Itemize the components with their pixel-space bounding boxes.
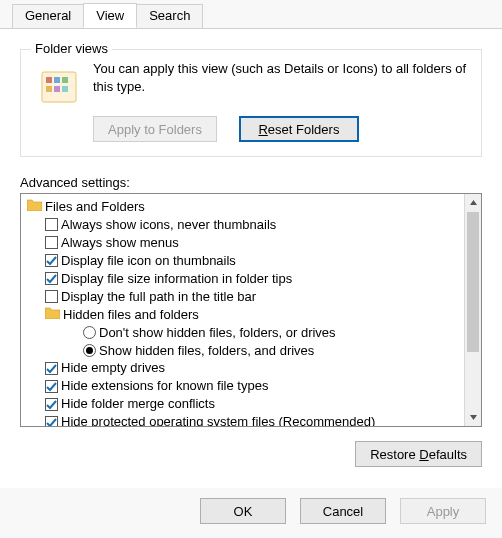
tree-scrollbar[interactable] [464, 194, 481, 426]
ok-button[interactable]: OK [200, 498, 286, 524]
tree-label: Always show menus [61, 234, 179, 252]
tab-general[interactable]: General [12, 4, 84, 29]
folder-views-description: You can apply this view (such as Details… [93, 60, 469, 95]
radio-icon[interactable] [83, 344, 96, 357]
tree-label: Hide protected operating system files (R… [61, 413, 375, 427]
tree-label: Files and Folders [45, 198, 145, 216]
opt-hide-protected-os-files[interactable]: Hide protected operating system files (R… [25, 413, 460, 427]
svg-rect-5 [54, 86, 60, 92]
checkbox-icon[interactable] [45, 218, 58, 231]
folder-views-group: Folder views You can apply this view (su… [20, 49, 482, 157]
svg-rect-6 [62, 86, 68, 92]
apply-button[interactable]: Apply [400, 498, 486, 524]
folder-icon [45, 306, 60, 324]
tree-group-hidden-files[interactable]: Hidden files and folders [25, 306, 460, 324]
tree-label: Hide empty drives [61, 359, 165, 377]
tree-label: Hide folder merge conflicts [61, 395, 215, 413]
scroll-down-icon[interactable] [465, 409, 482, 426]
opt-display-full-path-title-bar[interactable]: Display the full path in the title bar [25, 288, 460, 306]
opt-hide-empty-drives[interactable]: Hide empty drives [25, 359, 460, 377]
tree-label: Hidden files and folders [63, 306, 199, 324]
tree-label: Always show icons, never thumbnails [61, 216, 276, 234]
tab-view[interactable]: View [83, 3, 137, 28]
opt-display-file-icon-on-thumbnails[interactable]: Display file icon on thumbnails [25, 252, 460, 270]
checkbox-icon[interactable] [45, 290, 58, 303]
dialog-footer: OK Cancel Apply [0, 488, 502, 538]
apply-to-folders-button[interactable]: Apply to Folders [93, 116, 217, 142]
tree-label: Display the full path in the title bar [61, 288, 256, 306]
tree-label: Display file icon on thumbnails [61, 252, 236, 270]
scroll-up-icon[interactable] [465, 194, 482, 211]
opt-always-show-icons[interactable]: Always show icons, never thumbnails [25, 216, 460, 234]
opt-hide-extensions[interactable]: Hide extensions for known file types [25, 377, 460, 395]
svg-rect-4 [46, 86, 52, 92]
restore-defaults-button[interactable]: Restore Defaults [355, 441, 482, 467]
opt-always-show-menus[interactable]: Always show menus [25, 234, 460, 252]
radio-icon[interactable] [83, 326, 96, 339]
tab-strip: General View Search [0, 0, 502, 28]
tab-search[interactable]: Search [136, 4, 203, 29]
reset-folders-button[interactable]: Reset Folders [239, 116, 359, 142]
folder-views-title: Folder views [31, 41, 112, 56]
checkbox-icon[interactable] [45, 236, 58, 249]
opt-dont-show-hidden[interactable]: Don't show hidden files, folders, or dri… [25, 324, 460, 342]
advanced-settings-tree[interactable]: Files and Folders Always show icons, nev… [20, 193, 482, 427]
tree-label: Show hidden files, folders, and drives [99, 342, 314, 360]
svg-rect-3 [62, 77, 68, 83]
checkbox-icon[interactable] [45, 362, 58, 375]
opt-show-hidden[interactable]: Show hidden files, folders, and drives [25, 342, 460, 360]
opt-display-file-size-in-tips[interactable]: Display file size information in folder … [25, 270, 460, 288]
checkbox-icon[interactable] [45, 254, 58, 267]
folder-icon [27, 198, 42, 216]
checkbox-icon[interactable] [45, 380, 58, 393]
scrollbar-thumb[interactable] [467, 212, 479, 352]
tree-label: Hide extensions for known file types [61, 377, 268, 395]
svg-rect-2 [54, 77, 60, 83]
tree-label: Don't show hidden files, folders, or dri… [99, 324, 336, 342]
checkbox-icon[interactable] [45, 416, 58, 427]
advanced-settings-label: Advanced settings: [20, 175, 482, 190]
view-tab-body: Folder views You can apply this view (su… [0, 28, 502, 498]
folder-views-icon [39, 66, 79, 106]
checkbox-icon[interactable] [45, 398, 58, 411]
cancel-button[interactable]: Cancel [300, 498, 386, 524]
svg-rect-1 [46, 77, 52, 83]
tree-root-files-and-folders[interactable]: Files and Folders [25, 198, 460, 216]
opt-hide-merge-conflicts[interactable]: Hide folder merge conflicts [25, 395, 460, 413]
tree-label: Display file size information in folder … [61, 270, 292, 288]
checkbox-icon[interactable] [45, 272, 58, 285]
